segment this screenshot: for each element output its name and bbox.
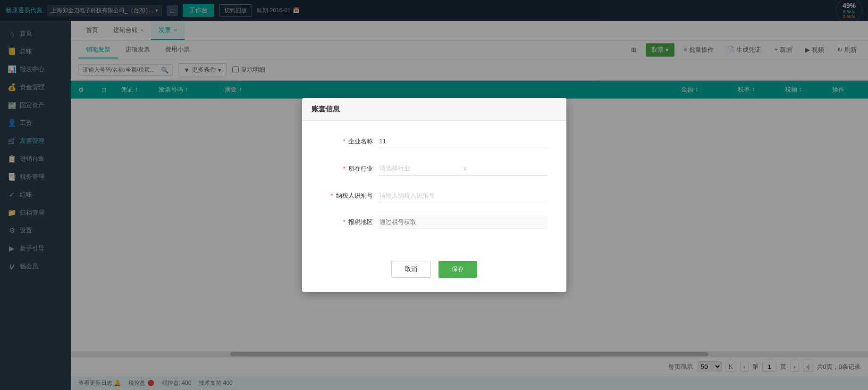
required-star: * (331, 192, 333, 199)
company-name-input[interactable] (379, 135, 548, 148)
required-star: * (343, 138, 346, 145)
save-button[interactable]: 保存 (438, 261, 477, 278)
industry-dropdown-arrow: ∨ (463, 165, 547, 172)
industry-placeholder: 请选择行业 (379, 164, 463, 173)
form-row-company: * 企业名称 (321, 135, 548, 148)
dialog-title: 账套信息 (312, 105, 340, 113)
industry-label: * 所在行业 (321, 165, 373, 173)
form-row-taxregion: * 报税地区 (321, 216, 548, 229)
account-info-dialog: 账套信息 * 企业名称 * 所在行业 请选择行业 ∨ (302, 98, 566, 292)
industry-select[interactable]: 请选择行业 ∨ (379, 161, 548, 176)
required-star: * (343, 218, 346, 225)
dialog-header: 账套信息 (302, 98, 566, 121)
taxid-label: * 纳税人识别号 (321, 191, 373, 200)
form-row-taxid: * 纳税人识别号 (321, 189, 548, 202)
dialog-overlay[interactable]: 账套信息 * 企业名称 * 所在行业 请选择行业 ∨ (0, 0, 868, 390)
cancel-button[interactable]: 取消 (391, 261, 431, 278)
taxid-input[interactable] (379, 189, 548, 202)
required-star: * (343, 165, 346, 172)
taxregion-label: * 报税地区 (321, 218, 373, 226)
company-name-label: * 企业名称 (321, 137, 373, 146)
form-row-industry: * 所在行业 请选择行业 ∨ (321, 161, 548, 176)
taxregion-input (379, 216, 548, 229)
dialog-footer: 取消 保存 (302, 256, 566, 292)
dialog-body: * 企业名称 * 所在行业 请选择行业 ∨ * 纳 (302, 121, 566, 256)
